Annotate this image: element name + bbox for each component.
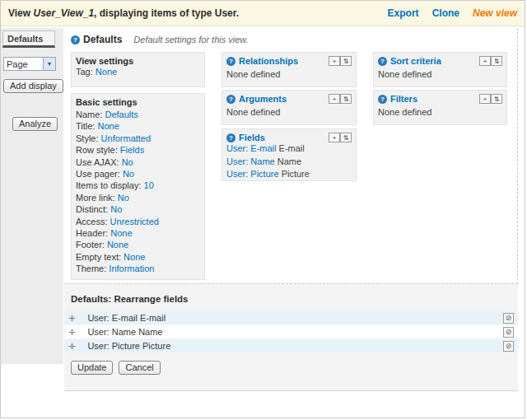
arguments-empty-text: None defined <box>226 107 352 117</box>
setting-value-link[interactable]: Fields <box>120 145 144 155</box>
setting-row-tag: Tag: None <box>76 66 200 77</box>
display-settings-area: ? Defaults Default settings for this vie… <box>64 28 518 391</box>
help-icon[interactable]: ? <box>226 57 236 66</box>
update-button[interactable]: Update <box>71 361 113 375</box>
filters-empty-text: None defined <box>378 107 502 117</box>
content-heading-title: Defaults <box>83 34 122 45</box>
setting-row-row-style: Row style: Fields <box>76 144 200 156</box>
clone-link[interactable]: Clone <box>432 7 459 19</box>
tag-value-link[interactable]: None <box>96 67 117 77</box>
help-icon[interactable]: ? <box>226 133 236 142</box>
setting-value-link[interactable]: None <box>110 228 132 238</box>
help-icon[interactable]: ? <box>378 57 387 66</box>
setting-value-link[interactable]: Unformatted <box>101 133 152 143</box>
view-settings-title: View settings <box>76 56 133 66</box>
views-ui-screen: View User_View_1, displaying items of ty… <box>0 0 525 418</box>
rearrange-table: ✛ User: E-mail E-mail ⊘ ✛ User: Name Nam… <box>64 311 518 352</box>
add-icon-button[interactable]: + <box>479 94 491 104</box>
help-icon[interactable]: ? <box>71 35 80 44</box>
content-heading: ? Defaults Default settings for this vie… <box>71 34 249 45</box>
view-header: View User_View_1, displaying items of ty… <box>1 1 525 26</box>
rearrange-icon-button[interactable]: ⇅ <box>491 56 502 66</box>
setting-value-link[interactable]: No <box>110 204 122 214</box>
setting-value-link[interactable]: None <box>98 121 119 131</box>
add-icon-button[interactable]: + <box>479 56 491 66</box>
setting-row-header: Header: None <box>76 227 200 239</box>
new-view-link[interactable]: New view <box>473 7 517 19</box>
title-prefix: View <box>8 7 33 19</box>
setting-row-theme: Theme: Information <box>76 263 200 274</box>
add-icon-button[interactable]: + <box>329 133 340 142</box>
setting-value-link[interactable]: No <box>118 193 129 203</box>
rearrange-icon-button[interactable]: ⇅ <box>340 94 352 104</box>
remove-icon-button[interactable]: ⊘ <box>503 341 514 352</box>
field-item: User: E-mail E-mail <box>226 142 352 156</box>
setting-value-link[interactable]: Defaults <box>105 110 138 119</box>
rearrange-icon-button[interactable]: ⇅ <box>340 133 352 142</box>
setting-value-link[interactable]: None <box>107 240 128 250</box>
arguments-panel: ? Arguments + ⇅ None defined <box>222 90 357 125</box>
content-heading-note: Default settings for this view. <box>133 35 248 44</box>
sort-criteria-title-link[interactable]: Sort criteria <box>390 56 441 66</box>
sort-criteria-panel: ? Sort criteria + ⇅ None defined <box>373 52 507 87</box>
basic-settings-panel: Basic settings Name: Defaults Title: Non… <box>71 93 205 280</box>
field-link[interactable]: User: Picture <box>226 169 279 179</box>
relationships-panel: ? Relationships + ⇅ None defined <box>222 52 357 87</box>
add-display-button[interactable]: Add display <box>3 79 63 93</box>
field-item: User: Picture Picture <box>226 168 352 181</box>
setting-row-name: Name: Defaults <box>76 109 200 120</box>
drag-handle-icon[interactable]: ✛ <box>68 328 75 337</box>
add-icon-button[interactable]: + <box>329 56 340 66</box>
setting-row-access: Access: Unrestricted <box>76 216 200 227</box>
rearrange-icon-button[interactable]: ⇅ <box>491 94 502 104</box>
setting-value-link[interactable]: Information <box>109 264 154 273</box>
basic-settings-title: Basic settings <box>76 97 200 107</box>
field-link[interactable]: User: E-mail <box>226 143 277 153</box>
relationships-title-link[interactable]: Relationships <box>239 56 298 66</box>
setting-value-link[interactable]: Unrestricted <box>110 217 159 226</box>
fields-title-link[interactable]: Fields <box>239 133 265 142</box>
rearrange-row: ✛ User: Name Name ⊘ <box>64 325 518 338</box>
arguments-title-link[interactable]: Arguments <box>239 94 287 104</box>
display-sidebar: Defaults Page ▼ Add display Analyze <box>1 28 63 364</box>
page-title: View User_View_1, displaying items of ty… <box>8 7 239 19</box>
rearrange-title: Defaults: Rearrange fields <box>71 294 518 304</box>
cancel-button[interactable]: Cancel <box>119 361 160 375</box>
help-icon[interactable]: ? <box>378 95 387 104</box>
setting-value-link[interactable]: 10 <box>144 180 154 190</box>
view-settings-panel: View settings Tag: None <box>71 52 205 87</box>
analyze-button[interactable]: Analyze <box>12 117 58 131</box>
rearrange-fields-form: Defaults: Rearrange fields ✛ User: E-mai… <box>64 283 518 391</box>
add-icon-button[interactable]: + <box>329 94 340 104</box>
display-type-select[interactable]: Page ▼ <box>3 57 56 71</box>
help-icon[interactable]: ? <box>226 95 236 104</box>
field-link[interactable]: User: Name <box>226 156 275 166</box>
filters-panel: ? Filters + ⇅ None defined <box>373 90 507 125</box>
export-link[interactable]: Export <box>388 7 419 19</box>
setting-row-more-link: More link: No <box>76 192 200 203</box>
tab-defaults[interactable]: Defaults <box>2 30 55 48</box>
setting-row-empty-text: Empty text: None <box>76 251 200 263</box>
sort-criteria-empty-text: None defined <box>378 69 502 79</box>
setting-row-items: Items to display: 10 <box>76 180 200 191</box>
drag-handle-icon[interactable]: ✛ <box>68 342 75 351</box>
remove-icon-button[interactable]: ⊘ <box>503 313 514 324</box>
setting-value-link[interactable]: None <box>124 252 145 262</box>
setting-value-link[interactable]: No <box>122 157 133 167</box>
display-type-select-value: Page <box>4 59 43 69</box>
setting-row-use-ajax: Use AJAX: No <box>76 156 200 168</box>
filters-title-link[interactable]: Filters <box>390 94 417 104</box>
drag-handle-icon[interactable]: ✛ <box>68 314 75 323</box>
rearrange-row: ✛ User: Picture Picture ⊘ <box>64 339 518 352</box>
relationships-empty-text: None defined <box>226 69 352 79</box>
remove-icon-button[interactable]: ⊘ <box>503 327 514 338</box>
rearrange-row: ✛ User: E-mail E-mail ⊘ <box>64 311 518 324</box>
setting-value-link[interactable]: No <box>123 169 134 179</box>
setting-row-style: Style: Unformatted <box>76 133 200 144</box>
rearrange-icon-button[interactable]: ⇅ <box>340 56 352 66</box>
setting-row-footer: Footer: None <box>76 239 200 250</box>
chevron-down-icon: ▼ <box>43 58 55 70</box>
setting-row-use-pager: Use pager: No <box>76 168 200 180</box>
fields-panel: ? Fields + ⇅ User: E-mail E-mail User: N… <box>222 128 357 181</box>
title-suffix: , displaying items of type User. <box>94 7 239 19</box>
